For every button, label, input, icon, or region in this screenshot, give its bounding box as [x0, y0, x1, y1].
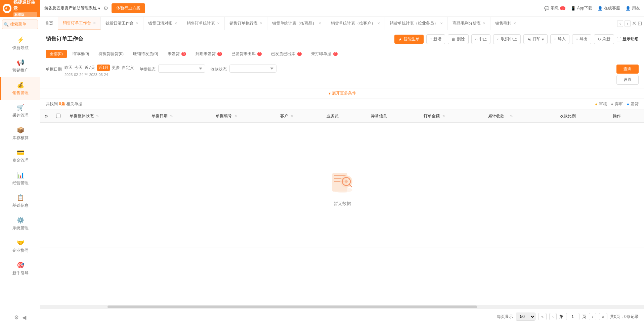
collapse-button[interactable]: ◀ — [22, 314, 26, 321]
sidebar-item-purchase[interactable]: 🛒 采购管理 — [0, 100, 40, 122]
suspend-button[interactable]: ○ 中止 — [471, 34, 490, 44]
sidebar-item-operation[interactable]: 📊 经营管理 — [0, 167, 40, 190]
tab-sales-order-exec[interactable]: 销售订单执行表 ✕ — [225, 17, 267, 30]
show-detail-checkbox-label[interactable]: 显示明细 — [617, 36, 639, 42]
filter-settings-button[interactable]: 设置 — [616, 75, 639, 85]
close-tab-icon[interactable]: ✕ — [377, 22, 380, 25]
user-button[interactable]: 👤 用友 — [626, 5, 640, 11]
message-button[interactable]: 💬 消息 6 — [544, 5, 565, 11]
subtab-not-printed[interactable]: 未打印单据 0 — [307, 50, 342, 58]
subtab-shipped-out[interactable]: 已发货已出库 0 — [267, 50, 306, 58]
import-button[interactable]: ○ 导入 — [550, 34, 569, 44]
subtab-wangpu-pending[interactable]: 旺铺待发货(0) — [129, 50, 162, 58]
sort-icon[interactable]: ⇅ — [170, 114, 173, 118]
payment-filter-group: 收款状态 — [211, 65, 276, 73]
sort-icon[interactable]: ⇅ — [96, 114, 99, 118]
close-tab-icon[interactable]: ✕ — [93, 21, 96, 25]
scrollbar-thumb[interactable] — [108, 306, 477, 308]
subtab-shipped-not-out[interactable]: 已发货未出库 0 — [227, 50, 266, 58]
first-page-button[interactable]: « — [538, 313, 547, 320]
print-button[interactable]: 🖨 打印 ▾ — [523, 34, 548, 44]
sidebar-item-marketing[interactable]: 📢 营销推广 — [0, 55, 40, 77]
review-quick-button[interactable]: ● 审核 — [595, 101, 607, 107]
close-tab-icon[interactable]: ✕ — [483, 22, 485, 25]
date-opt-yesterday[interactable]: 昨天 — [65, 65, 73, 71]
close-tab-icon[interactable]: ✕ — [318, 22, 321, 25]
sort-icon[interactable]: ⇅ — [234, 114, 237, 118]
tab-cash-daily[interactable]: 钱货日清工作台 ✕ — [101, 17, 143, 30]
query-button[interactable]: 查询 — [616, 65, 639, 74]
next-page-button[interactable]: › — [589, 313, 596, 320]
tab-sales-stats-product[interactable]: 销货单统计表（按商品） ✕ — [267, 17, 326, 30]
industry-plan-button[interactable]: 体验行业方案 — [112, 3, 145, 13]
tab-sales-order-workbench[interactable]: 销售订单工作台 ✕ — [58, 17, 101, 30]
gear-icon[interactable]: ⚙ — [103, 5, 108, 11]
column-settings-icon[interactable]: ⚙ — [44, 114, 48, 119]
close-tab-icon[interactable]: ✕ — [217, 22, 220, 25]
date-opt-today[interactable]: 今天 — [75, 65, 83, 71]
sidebar-item-guide[interactable]: 🎯 新手引导 — [0, 257, 40, 280]
search-menu-button[interactable]: 🔍 搜索菜单 — [2, 19, 38, 29]
system-title-dropdown[interactable]: 装备及固定资产辅助管理系统 ▾ — [44, 5, 100, 11]
close-tab-icon[interactable]: ✕ — [513, 22, 516, 25]
tab-sales-stats-customer[interactable]: 销货单统计表（按客户） ✕ — [326, 17, 385, 30]
tab-product-margin[interactable]: 商品毛利分析表 ✕ — [448, 17, 490, 30]
close-tab-icon[interactable]: ✕ — [174, 22, 177, 25]
tab-sales-gross[interactable]: 销售毛利 ✕ — [490, 17, 521, 30]
last-page-button[interactable]: » — [599, 313, 607, 320]
shipped-out-badge: 0 — [297, 52, 302, 56]
export-button[interactable]: ○ 导出 — [572, 34, 591, 44]
cancel-suspend-button[interactable]: ○ 取消中止 — [493, 34, 520, 44]
tab-home[interactable]: 首页 — [40, 17, 58, 30]
sort-icon[interactable]: ⇅ — [510, 114, 513, 118]
tab-next-button[interactable]: › — [625, 20, 631, 27]
select-all-checkbox[interactable] — [56, 114, 60, 118]
prev-page-button[interactable]: ‹ — [549, 313, 557, 320]
tab-sales-stats-staff[interactable]: 销货单统计表（按业务员） ✕ — [385, 17, 448, 30]
close-all-tabs-button[interactable]: ✕ — [632, 20, 636, 27]
show-detail-checkbox[interactable] — [617, 37, 621, 41]
page-number-input[interactable] — [566, 313, 579, 320]
ship-quick-button[interactable]: ● 发货 — [627, 101, 639, 107]
sidebar-item-enterprise[interactable]: 🤝 企业协同 — [0, 235, 40, 257]
tab-sales-order-stats[interactable]: 销售订单统计表 ✕ — [182, 17, 225, 30]
date-opt-month[interactable]: 近1月 — [97, 65, 110, 71]
online-service-button[interactable]: 👤 在线客服 — [598, 5, 620, 11]
subtab-not-shipped[interactable]: 未发货 0 — [164, 50, 190, 58]
sidebar-item-quick-nav[interactable]: ⚡ 快捷导航 — [0, 32, 40, 55]
expand-more-button[interactable]: ▾ 展开更多条件 — [329, 90, 356, 96]
smart-create-button[interactable]: ★ 智能生单 — [394, 35, 424, 44]
settings-button[interactable]: ⚙ — [14, 314, 19, 321]
delete-button[interactable]: 🗑 删除 — [448, 34, 469, 44]
date-opt-more[interactable]: 更多 — [112, 65, 120, 71]
sidebar-item-inventory[interactable]: 📦 库存核算 — [0, 122, 40, 145]
subtab-pending-review[interactable]: 待审核(0) — [68, 50, 93, 58]
page-size-select[interactable]: 20 50 100 — [516, 313, 535, 321]
payment-filter-select[interactable] — [229, 65, 276, 73]
subtab-all[interactable]: 全部(0) — [46, 50, 67, 58]
horizontal-scrollbar[interactable] — [40, 305, 644, 309]
add-button[interactable]: + 新增 — [426, 34, 445, 44]
close-tab-icon[interactable]: ✕ — [440, 22, 443, 25]
unreview-quick-button[interactable]: ● 弃审 — [611, 101, 623, 107]
close-tab-icon[interactable]: ✕ — [136, 22, 138, 25]
tab-prev-button[interactable]: ‹ — [617, 20, 623, 27]
sort-icon[interactable]: ⇅ — [442, 114, 445, 118]
date-opt-custom[interactable]: 自定义 — [122, 65, 134, 71]
close-tab-icon[interactable]: ✕ — [260, 22, 262, 25]
table-container: ⚙ 单据整体状态 ⇅ 单据日期 ⇅ — [40, 110, 644, 305]
refresh-button[interactable]: ↻ 刷新 — [594, 34, 614, 44]
app-download-button[interactable]: 📱 App下载 — [571, 5, 592, 11]
tab-cash-reconcile[interactable]: 钱货日清对账 ✕ — [143, 17, 182, 30]
tab-menu-button[interactable]: ⊡ — [638, 20, 642, 27]
sidebar-item-system[interactable]: ⚙️ 系统管理 — [0, 212, 40, 235]
sidebar-item-basic-info[interactable]: 📋 基础信息 — [0, 190, 40, 212]
subtab-pending-inspect[interactable]: 待拣货验货(0) — [94, 50, 128, 58]
date-opt-7days[interactable]: 近7天 — [85, 65, 95, 71]
sort-icon[interactable]: ⇅ — [291, 114, 293, 118]
col-operation: 操作 — [609, 110, 644, 123]
subtab-overdue-not-shipped[interactable]: 到期未发货 0 — [191, 50, 226, 58]
status-filter-select[interactable] — [158, 65, 205, 73]
sidebar-item-finance[interactable]: 💳 资金管理 — [0, 145, 40, 167]
sidebar-item-sales[interactable]: 💰 销售管理 — [0, 77, 40, 100]
